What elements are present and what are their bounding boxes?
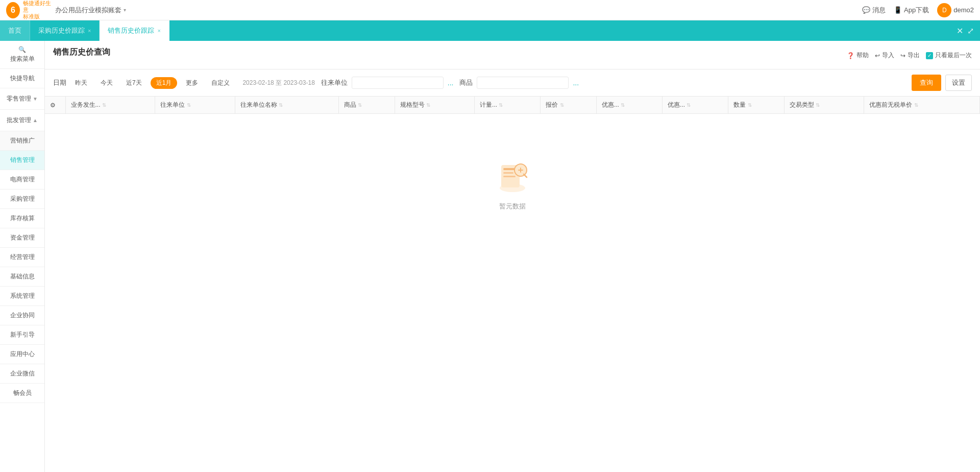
- settings-icon: ⚙: [50, 102, 56, 109]
- goods-ellipsis-button[interactable]: ...: [573, 79, 579, 87]
- sidebar-item-purchase[interactable]: 采购管理: [0, 190, 44, 209]
- close-purchase-tab[interactable]: ×: [88, 28, 91, 34]
- empty-icon: [492, 155, 533, 196]
- sort-icon: ⇅: [621, 102, 625, 108]
- col-discount2: 优惠... ⇅: [663, 97, 728, 114]
- date-btn-custom[interactable]: 自定义: [207, 77, 234, 89]
- sort-icon: ⇅: [560, 102, 564, 108]
- col-partner-name: 往来单位名称 ⇅: [235, 97, 338, 114]
- import-icon: ↩: [875, 52, 880, 59]
- sidebar-item-finance[interactable]: 资金管理: [0, 228, 44, 248]
- sidebar-item-enterprise[interactable]: 企业协同: [0, 306, 44, 325]
- content-area: 销售历史价查询 ❓ 帮助 ↩ 导入 ↪ 导出 ✓: [45, 41, 980, 472]
- sort-icon: ⇅: [914, 102, 918, 108]
- goods-label: 商品: [459, 78, 473, 87]
- chevron-down-icon: ▾: [124, 7, 126, 13]
- sidebar-item-ecommerce[interactable]: 电商管理: [0, 170, 44, 190]
- sidebar-item-guide[interactable]: 新手引导: [0, 325, 44, 345]
- sort-icon: ⇅: [279, 102, 283, 108]
- col-spec: 规格型号 ⇅: [395, 97, 474, 114]
- empty-text: 暂元数据: [499, 202, 526, 211]
- top-right: 💬 消息 📱 App下载 D demo2: [862, 3, 974, 17]
- settings-button[interactable]: 设置: [945, 75, 972, 91]
- only-last-checkbox-label[interactable]: ✓ 只看最后一次: [926, 51, 972, 60]
- tab-home[interactable]: 首页: [0, 20, 30, 41]
- tab-actions: ✕ ⤢: [950, 26, 980, 36]
- col-discount1: 优惠... ⇅: [596, 97, 662, 114]
- date-btn-yesterday[interactable]: 昨天: [70, 77, 92, 89]
- search-icon: 🔍: [18, 46, 26, 53]
- message-button[interactable]: 💬 消息: [862, 6, 886, 15]
- message-icon: 💬: [862, 6, 870, 14]
- filter-bar: 日期 昨天 今天 近7天 近1月 更多 自定义 2023-02-18 至 202…: [45, 69, 980, 97]
- checkbox-icon: ✓: [926, 52, 933, 59]
- sidebar-item-inventory[interactable]: 库存核算: [0, 209, 44, 228]
- sort-icon: ⇅: [687, 102, 691, 108]
- partner-ellipsis-button[interactable]: ...: [448, 79, 454, 87]
- svg-rect-3: [503, 172, 513, 174]
- export-button[interactable]: ↪ 导出: [900, 51, 920, 60]
- col-partner: 往来单位 ⇅: [155, 97, 235, 114]
- tab-purchase[interactable]: 采购历史价跟踪 ×: [30, 20, 100, 41]
- sidebar-item-system[interactable]: 系统管理: [0, 287, 44, 306]
- sort-icon: ⇅: [187, 102, 191, 108]
- sidebar-item-operations[interactable]: 经营管理: [0, 248, 44, 267]
- empty-state: 暂元数据: [45, 114, 980, 252]
- col-date: 业务发生... ⇅: [65, 97, 155, 114]
- date-range-display: 2023-02-18 至 2023-03-18: [242, 79, 314, 87]
- col-goods: 商品 ⇅: [338, 97, 395, 114]
- goods-input[interactable]: [477, 77, 569, 89]
- date-btn-today[interactable]: 今天: [96, 77, 117, 89]
- data-table: ⚙ 业务发生... ⇅ 往来单位 ⇅ 往来单位名称 ⇅: [45, 97, 980, 252]
- partner-input[interactable]: [352, 77, 444, 89]
- app-selector[interactable]: 办公用品行业模拟账套 ▾: [55, 6, 858, 15]
- logo-text: 畅捷通好生意 标准版: [23, 0, 51, 20]
- logo-icon: 6: [6, 2, 20, 18]
- import-button[interactable]: ↩ 导入: [875, 51, 894, 60]
- sidebar-item-marketing[interactable]: 营销推广: [0, 131, 44, 151]
- date-btn-1month[interactable]: 近1月: [151, 77, 178, 89]
- close-tab-action[interactable]: ✕: [957, 26, 963, 36]
- page-header: 销售历史价查询 ❓ 帮助 ↩ 导入 ↪ 导出 ✓: [45, 41, 980, 69]
- sort-icon: ⇅: [358, 102, 362, 108]
- app-download-button[interactable]: 📱 App下载: [894, 6, 929, 15]
- col-price: 报价 ⇅: [541, 97, 597, 114]
- sidebar-item-member[interactable]: 畅会员: [0, 384, 44, 403]
- sidebar-item-wholesale[interactable]: 批发管理 ▲: [0, 110, 44, 131]
- tab-sales[interactable]: 销售历史价跟踪 ×: [100, 20, 169, 41]
- sidebar-item-retail[interactable]: 零售管理 ▼: [0, 88, 44, 110]
- sidebar-item-quicknav[interactable]: 快捷导航: [0, 69, 44, 88]
- partner-label: 往来单位: [321, 78, 348, 87]
- page-title: 销售历史价查询: [53, 47, 110, 58]
- logo-area: 6 畅捷通好生意 标准版: [6, 0, 51, 20]
- sort-icon: ⇅: [499, 102, 503, 108]
- date-btn-7days[interactable]: 近7天: [121, 77, 146, 89]
- help-button[interactable]: ❓ 帮助: [847, 51, 869, 60]
- date-btn-more[interactable]: 更多: [181, 77, 203, 89]
- svg-rect-4: [503, 176, 516, 177]
- table-settings-header[interactable]: ⚙: [45, 97, 65, 114]
- user-menu[interactable]: D demo2: [937, 3, 974, 17]
- sidebar: 🔍 搜索菜单 快捷导航 零售管理 ▼ 批发管理 ▲ 营销推广 销售管理 电商管理…: [0, 41, 45, 472]
- download-icon: 📱: [894, 6, 902, 14]
- goods-filter-group: 商品 ...: [459, 77, 579, 89]
- col-trade-type: 交易类型 ⇅: [784, 97, 864, 114]
- sidebar-item-sales[interactable]: 销售管理: [0, 151, 44, 170]
- tab-bar: 首页 采购历史价跟踪 × 销售历史价跟踪 × ✕ ⤢: [0, 20, 980, 41]
- sidebar-item-basic[interactable]: 基础信息: [0, 267, 44, 287]
- sort-icon: ⇅: [102, 102, 106, 108]
- fullscreen-action[interactable]: ⤢: [967, 26, 974, 36]
- close-sales-tab[interactable]: ×: [157, 28, 160, 34]
- sidebar-item-wechat[interactable]: 企业微信: [0, 364, 44, 384]
- table-container: ⚙ 业务发生... ⇅ 往来单位 ⇅ 往来单位名称 ⇅: [45, 97, 980, 472]
- col-qty: 数量 ⇅: [728, 97, 785, 114]
- query-button[interactable]: 查询: [912, 75, 941, 91]
- chevron-up-icon: ▲: [33, 117, 38, 123]
- col-unit: 计量... ⇅: [475, 97, 541, 114]
- filter-actions: 查询 设置: [912, 75, 972, 91]
- sidebar-item-apps[interactable]: 应用中心: [0, 345, 44, 364]
- wholesale-submenu: 营销推广 销售管理: [0, 131, 44, 170]
- main-layout: 🔍 搜索菜单 快捷导航 零售管理 ▼ 批发管理 ▲ 营销推广 销售管理 电商管理…: [0, 41, 980, 472]
- sort-icon: ⇅: [748, 102, 752, 108]
- sidebar-item-search[interactable]: 🔍 搜索菜单: [0, 41, 44, 69]
